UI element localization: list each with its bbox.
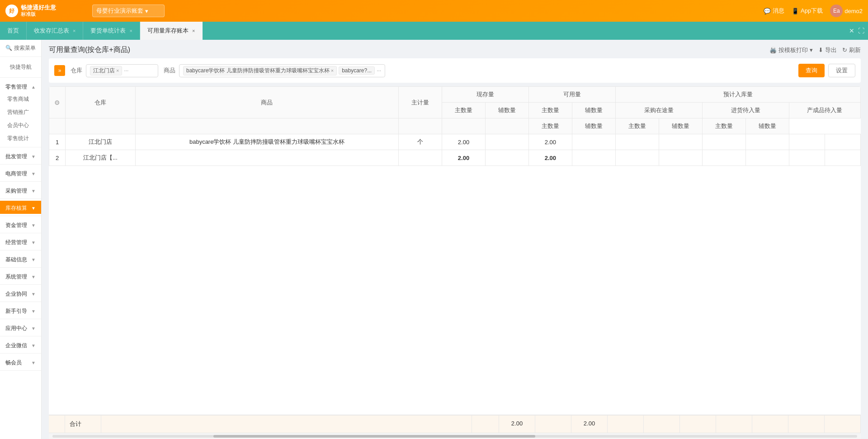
row1-product: babycare学饮杯 儿童防摔防撞吸管杯重力球吸嘴杯宝宝水杯 — [135, 134, 398, 150]
tab-available-stock-label: 可用量库存账本 — [147, 27, 189, 35]
sidebar-group-operations: 经营管理 ▼ — [0, 233, 41, 250]
current-aux-qty-header: 辅数量 — [485, 103, 528, 118]
refresh-button[interactable]: ↻ 刷新 — [842, 46, 861, 54]
row2-available-main: 2.00 — [528, 150, 572, 166]
product-label: 商品 — [164, 66, 175, 75]
sidebar-group-vip-title[interactable]: 畅会员 ▼ — [0, 355, 41, 368]
warehouse-tag: 江北门店 × — [90, 66, 122, 76]
finished-pending-header: 产成品待入量 — [789, 103, 860, 118]
row1-no: 1 — [49, 134, 66, 150]
sidebar-group-apps: 应用中心 ▼ — [0, 319, 41, 336]
sidebar-group-system-title[interactable]: 系统管理 ▼ — [0, 269, 41, 283]
sidebar-group-finance-title[interactable]: 资金管理 ▼ — [0, 218, 41, 231]
row1-incoming-main — [702, 134, 745, 150]
product-more-icon[interactable]: ··· — [377, 67, 381, 74]
operations-group-label: 经营管理 — [5, 239, 27, 246]
product-tag-1: babycare学饮杯 儿童防摔防撞吸管杯重力球吸嘴杯宝宝水杯 × — [183, 66, 337, 76]
tab-available-stock-close[interactable]: × — [192, 28, 195, 33]
row1-purchase-aux — [659, 134, 702, 150]
sidebar-group-wechat-title[interactable]: 企业微信 ▼ — [0, 338, 41, 351]
vip-group-label: 畅会员 — [5, 359, 22, 367]
print-button[interactable]: 🖨️ 按模板打印 ▾ — [769, 46, 813, 54]
sidebar-group-operations-title[interactable]: 经营管理 ▼ — [0, 235, 41, 248]
settings-button[interactable]: 设置 — [828, 64, 855, 77]
current-main-qty-header: 主数量 — [442, 103, 486, 118]
sidebar-group-collab-title[interactable]: 企业协同 ▼ — [0, 287, 41, 300]
sidebar-search[interactable]: 🔍 搜索菜单 — [0, 40, 41, 57]
scrollbar-thumb[interactable] — [213, 435, 535, 438]
row2-finished-aux — [825, 150, 860, 166]
sidebar-item-marketing[interactable]: 营销推广 — [0, 106, 41, 119]
col-available-header: 可用量 — [528, 87, 615, 103]
sidebar-group-ecommerce-title[interactable]: 电商管理 ▼ — [0, 166, 41, 179]
export-button[interactable]: ⬇ 导出 — [818, 46, 837, 54]
sidebar-group-wholesale-title[interactable]: 批发管理 ▼ — [0, 149, 41, 162]
sidebar-group-retail-title[interactable]: 零售管理 ▲ — [0, 80, 41, 93]
warehouse-more-icon[interactable]: ··· — [124, 67, 128, 74]
avatar: Ea — [830, 5, 843, 17]
chevron-down-icon: ▾ — [145, 8, 148, 14]
sidebar-group-system: 系统管理 ▼ — [0, 268, 41, 285]
row1-available-main: 2.00 — [528, 134, 572, 150]
app-download-button[interactable]: 📱 App下载 — [792, 7, 823, 15]
gear-icon[interactable]: ⚙ — [54, 99, 60, 106]
sidebar-group-purchase-title[interactable]: 采购管理 ▼ — [0, 184, 41, 197]
warehouse-input[interactable]: 江北门店 × ··· — [86, 64, 158, 77]
quick-nav-label: 快捷导航 — [10, 64, 32, 70]
export-icon: ⬇ — [818, 47, 823, 53]
footer-finished-aux — [825, 415, 861, 433]
footer-available-main: 2.00 — [571, 415, 608, 433]
print-icon: 🖨️ — [769, 47, 777, 53]
product-input[interactable]: babycare学饮杯 儿童防摔防撞吸管杯重力球吸嘴杯宝宝水杯 × babyca… — [179, 64, 385, 77]
sidebar-group-base-title[interactable]: 基础信息 ▼ — [0, 252, 41, 265]
content-area: 可用量查询(按仓库+商品) 🖨️ 按模板打印 ▾ ⬇ 导出 ↻ 刷新 » — [42, 40, 868, 439]
row2-current-aux — [485, 150, 528, 166]
close-window-button[interactable]: ✕ — [849, 27, 854, 34]
row2-incoming-aux — [745, 150, 789, 166]
filter-actions: 查询 设置 — [798, 64, 855, 77]
logo-area: 好 畅捷通好生意 标准版 — [5, 4, 87, 18]
table-scroll[interactable]: ⚙ 仓库 商品 主计量 现存量 可用量 预计入库量 主数量 辅数量 — [49, 86, 861, 415]
sidebar-item-retail-mall[interactable]: 零售商城 — [0, 93, 41, 106]
product-filter: 商品 babycare学饮杯 儿童防摔防撞吸管杯重力球吸嘴杯宝宝水杯 × bab… — [164, 64, 385, 77]
username: demo2 — [844, 8, 863, 14]
query-button[interactable]: 查询 — [798, 64, 825, 77]
sidebar-group-guide-title[interactable]: 新手引导 ▼ — [0, 304, 41, 317]
tab-receive-summary[interactable]: 收发存汇总表 × — [27, 22, 83, 40]
empty-col-2 — [66, 118, 136, 134]
sidebar-group-inventory-title[interactable]: 库存核算 ▼ — [0, 201, 41, 214]
sidebar-item-quick-nav[interactable]: 快捷导航 — [0, 60, 41, 75]
footer-finished-main — [788, 415, 825, 433]
message-button[interactable]: 💬 消息 — [764, 7, 784, 15]
row2-product — [135, 150, 398, 166]
tab-receive-summary-close[interactable]: × — [73, 28, 75, 33]
tenant-selector[interactable]: 母婴行业演示账套 ▾ — [92, 5, 165, 17]
chevron-down-icon-wholesale: ▼ — [31, 154, 36, 159]
tab-available-stock[interactable]: 可用量库存账本 × — [140, 22, 203, 40]
warehouse-tag-remove[interactable]: × — [116, 68, 119, 73]
filter-expand-button[interactable]: » — [54, 65, 65, 76]
download-icon: 📱 — [792, 8, 799, 14]
row1-current-main: 2.00 — [442, 134, 486, 150]
row1-incoming-aux — [745, 134, 789, 150]
sidebar-group-apps-title[interactable]: 应用中心 ▼ — [0, 321, 41, 334]
scrollbar-area[interactable] — [49, 433, 861, 439]
user-area[interactable]: Ea demo2 — [830, 5, 863, 17]
sidebar-item-retail-stats[interactable]: 零售统计 — [0, 132, 41, 145]
logo-icon: 好 — [5, 5, 18, 17]
table-body: 1 江北门店 babycare学饮杯 儿童防摔防撞吸管杯重力球吸嘴杯宝宝水杯 个… — [49, 134, 861, 166]
tab-order-stats[interactable]: 要货单统计表 × — [83, 22, 140, 40]
maximize-window-button[interactable]: ⛶ — [858, 27, 864, 34]
top-bar: 好 畅捷通好生意 标准版 母婴行业演示账套 ▾ 💬 消息 📱 App下载 Ea … — [0, 0, 868, 22]
sidebar-group-base: 基础信息 ▼ — [0, 250, 41, 268]
sidebar-item-members[interactable]: 会员中心 — [0, 119, 41, 132]
tab-home[interactable]: 首页 — [0, 22, 27, 40]
tab-order-stats-close[interactable]: × — [129, 28, 132, 33]
message-label: 消息 — [773, 7, 784, 15]
main-layout: 🔍 搜索菜单 快捷导航 零售管理 ▲ 零售商城 营销推广 会员中心 零售统计 批… — [0, 40, 868, 439]
product-tag-1-remove[interactable]: × — [331, 68, 334, 73]
horizontal-scrollbar[interactable] — [52, 435, 857, 438]
chevron-down-icon-base: ▼ — [31, 257, 36, 262]
sidebar-group-purchase: 采购管理 ▼ — [0, 182, 41, 199]
sidebar-group-collab: 企业协同 ▼ — [0, 285, 41, 302]
